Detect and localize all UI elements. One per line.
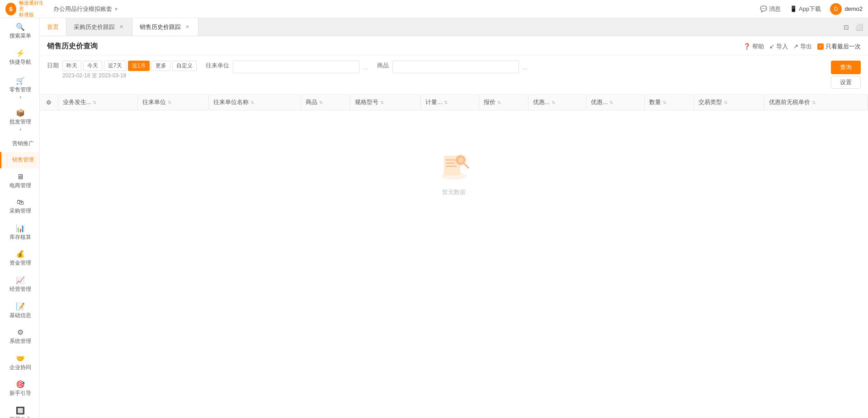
sidebar-item-wholesale-mgmt[interactable]: 📦 批发管理 ▴ [0,104,39,136]
tab-home[interactable]: 首页 [40,18,66,36]
sidebar-item-inventory[interactable]: 📊 库存核算 [0,219,39,246]
page-content: 销售历史价查询 ❓ 帮助 ↙ 导入 ↗ 导出 ✓ [40,36,868,418]
col-pre-tax[interactable]: 优惠前无税单价 ⇅ [764,95,868,110]
table-area: ⚙ 业务发生... ⇅ 往来单位 [40,95,868,233]
breadcrumb-text: 办公用品行业模拟账套 [53,5,112,13]
col-pre-tax-label: 优惠前无税单价 [769,98,810,106]
sidebar-label-wholesale: 批发管理 [9,119,31,126]
only-last-checkbox[interactable]: ✓ 只看最后一次 [817,43,861,51]
sidebar-label-basic-info: 基础信息 [9,312,31,319]
sidebar-label-quick-nav: 快捷导航 [9,59,31,66]
sidebar-item-retail-mgmt[interactable]: 🛒 零售管理 ▾ [0,72,39,104]
goods-input[interactable] [392,61,519,73]
sidebar-item-quick-nav[interactable]: ⚡ 快捷导航 [0,44,39,71]
tab-sales-close-button[interactable]: ✕ [184,24,191,31]
import-label: 导入 [776,43,788,51]
inventory-icon: 📊 [16,224,25,233]
breadcrumb[interactable]: 办公用品行业模拟账套 ▾ [53,5,118,13]
col-quote[interactable]: 报价 ⇅ [479,95,528,110]
date-btn-7days[interactable]: 近7天 [104,61,126,71]
date-buttons: 昨天 今天 近7天 近1月 更多 自定义 [62,61,197,71]
tab-restore-button[interactable]: ⊡ [841,22,852,33]
search-menu-icon: 🔍 [16,23,25,31]
date-btn-more[interactable]: 更多 [151,61,170,71]
sidebar-item-marketing[interactable]: 营销推广 [0,136,39,152]
sidebar-label-sales: 销售管理 [12,157,34,164]
col-discount1-label: 优惠... [533,98,550,106]
empty-text: 暂无数据 [442,188,466,196]
tab-sales-history[interactable]: 销售历史价跟踪 ✕ [132,18,198,36]
col-partner-name[interactable]: 往来单位名称 ⇅ [208,95,301,110]
retail-arrow-icon: ▾ [19,95,22,100]
data-table: ⚙ 业务发生... ⇅ 往来单位 [40,95,868,110]
table-header-row: ⚙ 业务发生... ⇅ 往来单位 [40,95,868,110]
col-discount1[interactable]: 优惠... ⇅ [528,95,586,110]
sidebar-item-newbie[interactable]: 🎯 新手引导 [0,375,39,402]
sidebar-item-sales-mgmt[interactable]: 销售管理 [0,152,39,168]
date-btn-today[interactable]: 今天 [83,61,102,71]
help-label: 帮助 [752,43,764,51]
message-label: 消息 [769,5,781,13]
import-button[interactable]: ↙ 导入 [769,43,788,51]
tab-purchase-close-button[interactable]: ✕ [118,24,125,31]
svg-rect-4 [446,166,457,167]
col-settings[interactable]: ⚙ [40,95,58,110]
partner-dots-button[interactable]: ... [363,64,368,71]
partner-input[interactable] [233,61,359,73]
sidebar-item-operations[interactable]: 📈 经营管理 [0,271,39,298]
sidebar-label-app-center: 应用中心 [9,416,31,418]
logo-icon: 6 [5,3,16,15]
basic-info-icon: 📝 [16,302,25,311]
sort-icon-spec: ⇅ [380,100,384,105]
col-unit[interactable]: 计量... ⇅ [421,95,479,110]
enterprise-icon: 🤝 [16,354,25,363]
sidebar-item-finance[interactable]: 💰 资金管理 [0,245,39,271]
page-header-actions: ❓ 帮助 ↙ 导入 ↗ 导出 ✓ 只看最后一次 [743,43,861,51]
sidebar-item-enterprise[interactable]: 🤝 企业协同 [0,350,39,376]
retail-icon: 🛒 [16,76,25,85]
col-goods[interactable]: 商品 ⇅ [301,95,350,110]
col-trade-type[interactable]: 交易类型 ⇅ [693,95,764,110]
col-biz-date[interactable]: 业务发生... ⇅ [58,95,138,110]
date-btn-custom[interactable]: 自定义 [172,61,197,71]
goods-filter-label: 商品 [377,61,389,70]
sidebar-label-purchase: 采购管理 [9,208,31,215]
sort-icon-qty: ⇅ [663,100,666,105]
tab-purchase-history[interactable]: 采购历史价跟踪 ✕ [66,18,132,36]
date-filter-options: 昨天 今天 近7天 近1月 更多 自定义 2023-02-18 至 2023-0… [62,61,197,80]
sidebar-item-ecommerce[interactable]: 🖥 电商管理 [0,168,39,194]
sidebar-item-sys-mgmt[interactable]: ⚙ 系统管理 [0,323,39,350]
user-area[interactable]: D demo2 [830,3,863,15]
col-discount2[interactable]: 优惠... ⇅ [586,95,645,110]
app-download-button[interactable]: 📱 App下载 [790,5,821,13]
col-biz-date-label: 业务发生... [63,98,91,106]
export-button[interactable]: ↗ 导出 [793,43,812,51]
tab-maximize-button[interactable]: ⬜ [854,22,864,33]
message-button[interactable]: 💬 消息 [760,5,781,13]
only-last-checkbox-icon: ✓ [817,43,824,50]
col-partner-code[interactable]: 往来单位 ⇅ [138,95,209,110]
date-btn-yesterday[interactable]: 昨天 [62,61,81,71]
col-unit-label: 计量... [425,98,442,106]
help-button[interactable]: ❓ 帮助 [743,43,764,51]
col-qty[interactable]: 数量 ⇅ [645,95,694,110]
query-button[interactable]: 查询 [831,61,861,74]
goods-dots-button[interactable]: ... [523,64,528,71]
operations-icon: 📈 [16,276,25,285]
sidebar-item-basic-info[interactable]: 📝 基础信息 [0,298,39,324]
wholesale-arrow-icon: ▴ [19,127,22,131]
sidebar-label-inventory: 库存核算 [9,234,31,241]
user-name: demo2 [844,5,863,12]
date-btn-1month[interactable]: 近1月 [128,61,150,71]
sys-mgmt-icon: ⚙ [17,328,24,337]
date-range-text: 2023-02-18 至 2023-03-18 [62,72,197,80]
message-icon: 💬 [760,5,767,12]
sidebar-item-purchase-mgmt[interactable]: 🛍 采购管理 [0,194,39,219]
col-spec[interactable]: 规格型号 ⇅ [350,95,421,110]
sidebar-item-app-center[interactable]: 🔲 应用中心 [0,402,39,418]
sidebar-item-search-menu[interactable]: 🔍 搜索菜单 [0,18,39,44]
finance-icon: 💰 [16,250,25,258]
col-partner-name-label: 往来单位名称 [213,98,249,106]
sidebar-label-finance: 资金管理 [9,260,31,267]
setting-button[interactable]: 设置 [831,76,861,89]
